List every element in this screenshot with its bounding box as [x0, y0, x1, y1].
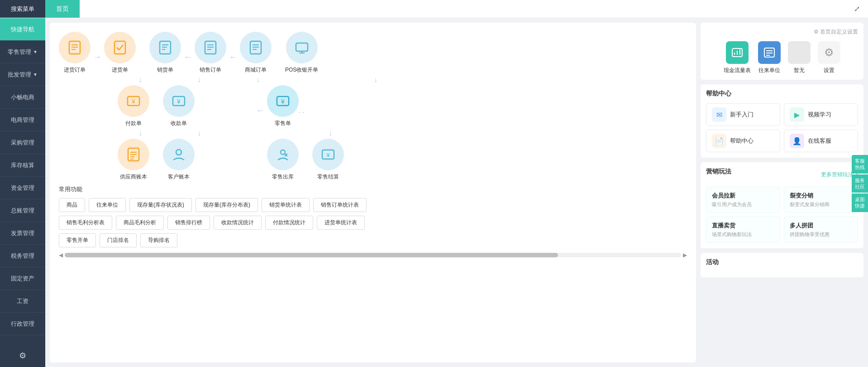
func-btn-goods-profit[interactable]: 商品毛利分析 — [116, 216, 164, 230]
marketing-item-member[interactable]: 会员拉新 吸引用户成为会员 — [706, 187, 780, 213]
quick-item-settings[interactable]: ⚙ 设置 — [818, 41, 840, 74]
func-btn-stock-status[interactable]: 现存量(库存状况表) — [129, 198, 192, 212]
video-label: 视频学习 — [808, 111, 831, 119]
marketing-grid: 会员拉新 吸引用户成为会员 裂变分销 裂变式发展分销商 直播卖货 场景式购物新玩… — [706, 187, 858, 243]
marketing-item-live[interactable]: 直播卖货 场景式购物新玩法 — [706, 217, 780, 243]
retail-settlement-label: 零售结算 — [317, 173, 339, 181]
func-btn-sales-stats[interactable]: 销货单统计表 — [262, 198, 310, 212]
quick-access-items: 现金流量表 往来单位 暂无 ⚙ 设置 — [706, 41, 858, 74]
func-buttons-row3: 零售开单 门店排名 导购排名 — [59, 233, 687, 247]
sidebar-item-ecommerce-xiao[interactable]: 小畅电商 — [0, 86, 45, 109]
func-btn-sales-rank[interactable]: 销售排行榜 — [167, 216, 210, 230]
sidebar-item-wholesale[interactable]: 批发管理 ▼ — [0, 63, 45, 86]
member-desc: 吸引用户成为会员 — [712, 201, 774, 208]
float-btn-community[interactable]: 服务社区 — [852, 174, 868, 193]
flow-node-customer-account[interactable]: 客户账本 — [163, 139, 195, 181]
func-btn-receipt-stats[interactable]: 收款情况统计 — [214, 216, 262, 230]
sidebar-item-retail[interactable]: 零售管理 ▼ — [0, 41, 45, 63]
quick-access-header[interactable]: ⚙ 首页自定义设置 — [706, 28, 858, 36]
func-btn-purchase-stats[interactable]: 进货单统计表 — [317, 216, 365, 230]
tab-home[interactable]: 首页 — [45, 0, 80, 18]
group-desc: 拼团购物享受优惠 — [790, 231, 852, 238]
purchase-label: 进货单 — [112, 66, 128, 74]
flow-node-purchase[interactable]: 进货单 — [104, 32, 136, 74]
flow-node-retail-outbound[interactable]: 零售出库 — [267, 139, 299, 181]
dashed-right: - - — [299, 109, 312, 127]
sidebar-item-general-ledger[interactable]: 总账管理 — [0, 199, 45, 222]
retail-label: 零售单 — [275, 120, 291, 127]
quick-item-partners[interactable]: 往来单位 — [758, 41, 781, 74]
retail-icon: ¥ — [267, 85, 299, 117]
group-title: 多人拼团 — [790, 222, 852, 230]
flow-node-mall-order[interactable]: 商城订单 — [240, 32, 272, 74]
right-panel: ⚙ 首页自定义设置 现金流量表 往来单位 — [701, 23, 863, 362]
help-item-help[interactable]: 📄 帮助中心 — [706, 130, 780, 152]
func-btn-guide-rank[interactable]: 导购排名 — [140, 233, 177, 247]
sidebar-item-tax[interactable]: 税务管理 — [0, 245, 45, 267]
sidebar-item-admin[interactable]: 行政管理 — [0, 313, 45, 335]
svg-point-31 — [176, 150, 181, 155]
func-btn-store-rank[interactable]: 门店排名 — [100, 233, 137, 247]
sidebar-item-fixed-assets[interactable]: 固定资产 — [0, 267, 45, 290]
sidebar-item-inventory[interactable]: 库存核算 — [0, 154, 45, 177]
service-label: 在线客服 — [808, 137, 831, 145]
scroll-left[interactable]: ◀ — [59, 252, 63, 258]
flow-node-receipt[interactable]: ¥ 收款单 — [163, 85, 195, 127]
sales-label: 销货单 — [157, 66, 173, 74]
func-btn-goods[interactable]: 商品 — [59, 198, 85, 212]
sidebar-item-ecommerce[interactable]: 电商管理 — [0, 109, 45, 131]
flow-node-retail-settlement[interactable]: ¥ 零售结算 — [312, 139, 344, 181]
flow-node-pos[interactable]: POS收银开单 — [285, 32, 318, 74]
func-btn-retail-order[interactable]: 零售开单 — [59, 233, 96, 247]
v-arrow-retail: ↓ — [329, 127, 332, 139]
quick-item-cashflow[interactable]: 现金流量表 — [724, 41, 751, 74]
func-btn-payment-stats[interactable]: 付款情况统计 — [265, 216, 313, 230]
settings-icon[interactable]: ⚙ — [0, 344, 45, 367]
beginner-label: 新手入门 — [730, 111, 754, 119]
func-btn-stock-dist[interactable]: 现存量(库存分布表) — [196, 198, 258, 212]
func-btn-sales-profit[interactable]: 销售毛利分析表 — [59, 216, 112, 230]
marketing-header: 营销玩法 更多营销玩法 > — [706, 168, 858, 181]
v-arrow-payment: ↓ — [138, 127, 142, 139]
svg-rect-4 — [114, 41, 125, 54]
content-area: 进货订单 → 进货单 — [45, 18, 868, 367]
svg-point-32 — [281, 150, 285, 155]
help-help-label: 帮助中心 — [730, 137, 754, 145]
float-btn-desktop[interactable]: 桌面快捷 — [852, 193, 868, 212]
settings-item-label: 设置 — [824, 67, 835, 74]
marketing-item-fission[interactable]: 裂变分销 裂变式发展分销商 — [784, 187, 858, 213]
search-menu-button[interactable]: 搜索菜单 — [0, 0, 45, 18]
flow-node-supplier-account[interactable]: 供应商账本 — [118, 139, 149, 181]
sidebar-item-invoice[interactable]: 发票管理 — [0, 222, 45, 245]
fullscreen-button[interactable]: ⤢ — [850, 2, 863, 16]
func-btn-partners[interactable]: 往来单位 — [89, 198, 126, 212]
sidebar-item-quick-nav[interactable]: 快捷导航 — [0, 18, 45, 41]
sidebar-item-finance[interactable]: 资金管理 — [0, 177, 45, 199]
payment-label: 付款单 — [125, 120, 142, 127]
help-item-service[interactable]: 👤 在线客服 — [784, 130, 858, 152]
purchase-order-label: 进货订单 — [64, 66, 86, 74]
scroll-track[interactable] — [65, 253, 681, 257]
settings-label: ⚙ 首页自定义设置 — [814, 28, 858, 36]
top-bar: 搜索菜单 首页 ⤢ — [0, 0, 868, 18]
empty-label: 暂无 — [794, 67, 805, 74]
flow-node-sales-order[interactable]: 销售订单 — [195, 32, 226, 74]
marketing-item-group[interactable]: 多人拼团 拼团购物享受优惠 — [784, 217, 858, 243]
flow-node-purchase-order[interactable]: 进货订单 — [59, 32, 91, 74]
svg-text:¥: ¥ — [326, 152, 330, 159]
func-btn-order-stats[interactable]: 销售订单统计表 — [313, 198, 367, 212]
activity-title: 活动 — [706, 258, 858, 266]
flow-node-sales[interactable]: 销货单 — [149, 32, 181, 74]
sidebar-item-purchase[interactable]: 采购管理 — [0, 131, 45, 154]
main-panel: 进货订单 → 进货单 — [50, 23, 696, 362]
help-item-video[interactable]: ▶ 视频学习 — [784, 103, 858, 126]
float-btn-service[interactable]: 客服热线 — [852, 155, 868, 174]
help-center-panel: 帮助中心 ✉ 新手入门 ▶ 视频学习 📄 帮助中心 👤 — [701, 84, 863, 158]
service-icon: 👤 — [790, 134, 804, 148]
scroll-right[interactable]: ▶ — [683, 252, 687, 258]
help-grid: ✉ 新手入门 ▶ 视频学习 📄 帮助中心 👤 在线客服 — [706, 103, 858, 152]
help-item-beginner[interactable]: ✉ 新手入门 — [706, 103, 780, 126]
flow-node-payment[interactable]: ¥ 付款单 — [118, 85, 149, 127]
sidebar-item-salary[interactable]: 工资 — [0, 290, 45, 313]
flow-node-retail[interactable]: ¥ 零售单 — [267, 85, 299, 127]
